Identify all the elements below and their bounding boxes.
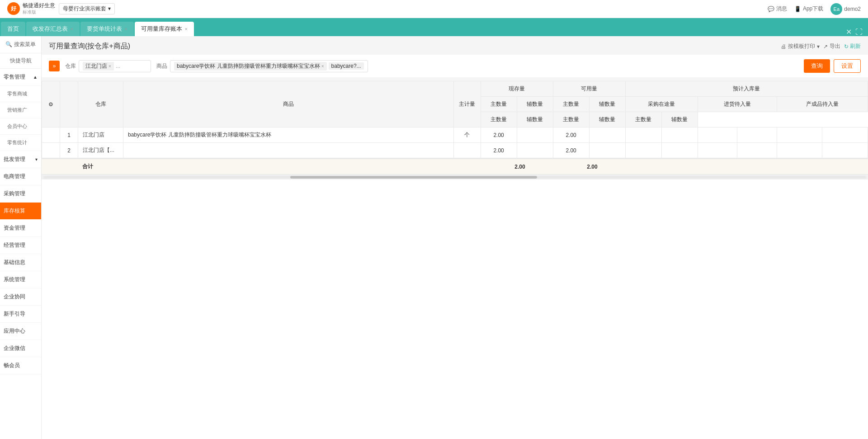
sidebar-search[interactable]: 🔍 搜索菜单 <box>0 36 41 53</box>
warehouse-tags[interactable]: 江北门店 × ... <box>79 60 151 72</box>
chevron-icon: ▾ <box>35 157 38 162</box>
expand-icon[interactable]: ⛶ <box>855 28 863 36</box>
cell-unit <box>453 143 481 158</box>
tab-close-icon[interactable]: × <box>125 27 127 32</box>
product-filter: 商品 babycare学饮杯 儿童防摔防撞吸管杯重力球吸嘴杯宝宝水杯 × bab… <box>156 60 368 72</box>
avatar: Ea <box>830 3 842 15</box>
store-selector[interactable]: 母婴行业演示账套 ▾ <box>59 3 115 14</box>
user-menu[interactable]: Ea demo2 <box>830 3 861 15</box>
horizontal-scrollbar[interactable] <box>42 174 868 179</box>
cell-purchase-transit-main <box>625 143 661 158</box>
tab-shoufa[interactable]: 收发存汇总表 × <box>26 22 80 36</box>
sidebar-item-lingxiao-stat[interactable]: 零售统计 <box>0 135 41 151</box>
app-download-btn[interactable]: 📱 App下载 <box>794 5 823 13</box>
tab-label: 要货单统计表 <box>87 25 122 33</box>
printer-icon: 🖨 <box>781 43 786 50</box>
setting-button[interactable]: 设置 <box>834 59 861 73</box>
tab-label: 收发存汇总表 <box>33 25 68 33</box>
content-area: 可用量查询(按仓库+商品) 🖨 按模板打印 ▾ ↗ 导出 ↻ 刷新 <box>42 36 868 439</box>
sidebar-item-jingying[interactable]: 经营管理 <box>0 237 41 254</box>
store-name: 母婴行业演示账套 <box>63 5 106 13</box>
sidebar-item-yingxiao[interactable]: 营销推广 <box>0 102 41 118</box>
warehouse-filter: 仓库 江北门店 × ... <box>65 60 151 72</box>
logo-text: 畅捷通好生意 <box>23 2 55 9</box>
cell-purchase-transit-aux <box>661 143 698 158</box>
product-tags[interactable]: babycare学饮杯 儿童防摔防撞吸管杯重力球吸嘴杯宝宝水杯 × babyca… <box>170 60 368 72</box>
export-btn[interactable]: ↗ 导出 <box>823 42 840 50</box>
sidebar-item-qiye-weixin[interactable]: 企业微信 <box>0 340 41 357</box>
tab-bar: 首页 收发存汇总表 × 要货单统计表 × 可用量库存账本 × ✕ ⛶ <box>0 18 868 36</box>
cell-available-aux <box>589 143 625 158</box>
logo-icon: 好 <box>7 2 20 15</box>
th-purchase-transit-main: 主数量 <box>481 112 517 127</box>
th-stock-main: 主数量 <box>481 97 517 112</box>
th-purchase-transit-aux: 辅数量 <box>517 112 553 127</box>
table-footer: 合计 2.00 2.00 <box>42 158 868 174</box>
top-bar: 好 畅捷通好生意 标准版 母婴行业演示账套 ▾ 💬 消息 📱 App下载 Ea … <box>0 0 868 18</box>
tab-close-icon[interactable]: × <box>185 27 188 32</box>
refresh-btn[interactable]: ↻ 刷新 <box>844 42 861 50</box>
sidebar-item-dianshang[interactable]: 电商管理 <box>0 168 41 185</box>
th-purchase-transit-group: 采购在途量 <box>625 97 698 112</box>
tab-yaohuo[interactable]: 要货单统计表 × <box>80 22 134 36</box>
remove-tag-icon[interactable]: × <box>321 64 324 69</box>
search-icon: 🔍 <box>5 41 12 47</box>
sidebar-item-kucun[interactable]: 库存核算 <box>0 203 41 220</box>
th-product: 商品 <box>123 81 454 127</box>
sidebar-item-pifa[interactable]: 批发管理 ▾ <box>0 151 41 168</box>
th-inbound-pending-aux: 辅数量 <box>589 112 625 127</box>
product-tag-1: babycare学饮杯 儿童防摔防撞吸管杯重力球吸嘴杯宝宝水杯 × <box>174 62 327 71</box>
th-unit: 主计量 <box>453 81 481 127</box>
cell-purchase-transit-main <box>625 127 661 143</box>
query-button[interactable]: 查询 <box>804 59 830 73</box>
message-icon: 💬 <box>768 6 774 12</box>
scroll-track <box>43 176 866 179</box>
sidebar-item-chang-huiyuan[interactable]: 畅会员 <box>0 357 41 374</box>
cell-purchase-transit-aux <box>661 127 698 143</box>
print-btn[interactable]: 🖨 按模板打印 ▾ <box>781 42 820 50</box>
table-area: ⚙ 仓库 商品 主计量 现存量 <box>42 81 868 439</box>
cell-inbound-pending-main <box>698 143 737 158</box>
username: demo2 <box>844 6 861 12</box>
sidebar-quick-nav[interactable]: 快捷导航 <box>0 53 41 69</box>
tab-home[interactable]: 首页 <box>1 22 25 36</box>
page-header: 可用量查询(按仓库+商品) 🖨 按模板打印 ▾ ↗ 导出 ↻ 刷新 <box>42 36 868 55</box>
sidebar-item-zijin[interactable]: 资金管理 <box>0 220 41 237</box>
cell-inbound-pending-aux <box>737 127 777 143</box>
tab-keyongliang[interactable]: 可用量库存账本 × <box>135 22 194 36</box>
sidebar-item-lingxiao[interactable]: 零售管理 ▲ <box>0 69 41 86</box>
th-settings[interactable]: ⚙ <box>42 81 60 127</box>
sidebar-item-xitong[interactable]: 系统管理 <box>0 271 41 288</box>
cell-stock-main: 2.00 <box>481 127 517 143</box>
cell-settings <box>42 127 60 143</box>
tab-label: 首页 <box>7 25 19 33</box>
sidebar: 🔍 搜索菜单 快捷导航 零售管理 ▲ 零售商城 营销推广 会员中心 零售统计 批… <box>0 36 42 439</box>
sidebar-item-yingyong[interactable]: 应用中心 <box>0 323 41 340</box>
th-stock-group: 现存量 <box>481 81 553 97</box>
sidebar-item-jichu[interactable]: 基础信息 <box>0 254 41 271</box>
sidebar-item-caigou[interactable]: 采购管理 <box>0 185 41 203</box>
th-no <box>60 81 78 127</box>
filter-toggle-btn[interactable]: » <box>49 61 60 71</box>
cell-no: 2 <box>60 143 78 158</box>
sidebar-item-shop[interactable]: 零售商城 <box>0 86 41 102</box>
th-available-aux: 辅数量 <box>589 97 625 112</box>
message-btn[interactable]: 💬 消息 <box>768 5 787 13</box>
tab-close-icon[interactable]: × <box>71 27 73 32</box>
cell-inbound-pending-main <box>698 127 737 143</box>
cell-no: 1 <box>60 127 78 143</box>
cell-stock-aux <box>517 143 553 158</box>
close-all-tabs-icon[interactable]: ✕ <box>846 28 852 36</box>
cell-available-main: 2.00 <box>553 127 589 143</box>
more-filters-icon[interactable]: ... <box>116 63 120 69</box>
filter-actions: 查询 设置 <box>804 59 861 73</box>
sidebar-item-qiye[interactable]: 企业协同 <box>0 288 41 306</box>
sidebar-item-xinshou[interactable]: 新手引导 <box>0 306 41 323</box>
export-icon: ↗ <box>823 43 828 50</box>
logo-sub: 标准版 <box>23 9 55 15</box>
remove-tag-icon[interactable]: × <box>108 64 111 69</box>
cell-stock-main: 2.00 <box>481 143 517 158</box>
logo: 好 畅捷通好生意 标准版 <box>7 2 55 15</box>
sidebar-item-huiyuan[interactable]: 会员中心 <box>0 118 41 135</box>
product-tag-2: babycare?... <box>329 62 364 70</box>
